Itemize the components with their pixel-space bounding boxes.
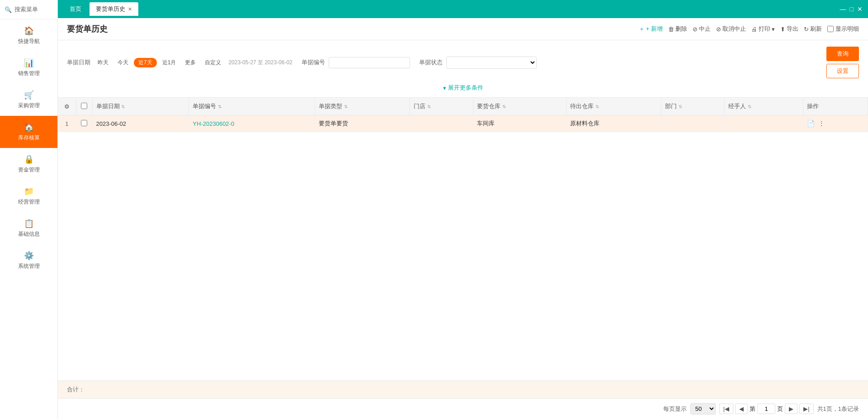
col-store-label: 门店 (414, 103, 425, 110)
doc-number-group: 单据编号 (302, 57, 410, 68)
first-page-btn[interactable]: |◀ (719, 404, 733, 414)
page-label-before: 第 (750, 405, 755, 413)
page-header: 要货单历史 ＋ + 新增 🗑 删除 ⊘ 中止 ⊘ 取消中止 🖨 打印 ▾ (58, 18, 868, 40)
row-doc-number[interactable]: YH-20230602-0 (189, 115, 315, 132)
row-edit-icon[interactable]: 📄 (807, 120, 815, 127)
tab-requisition-history[interactable]: 要货单历史 ✕ (90, 2, 138, 16)
sidebar-item-label: 系统管理 (18, 262, 40, 270)
display-detail-checkbox[interactable] (827, 26, 834, 32)
row-checkbox[interactable] (81, 120, 87, 126)
sidebar-item-sales[interactable]: 📊 销售管理 (0, 52, 57, 84)
col-req-warehouse[interactable]: 要货仓库 ⇅ (473, 98, 566, 115)
next-page-btn[interactable]: ▶ (785, 404, 797, 414)
col-doc-date[interactable]: 单据日期 ⇅ (92, 98, 189, 115)
col-department[interactable]: 部门 ⇅ (661, 98, 725, 115)
date-tab-last1month[interactable]: 近1月 (159, 58, 180, 67)
footer-summary: 合计： (58, 381, 868, 398)
export-icon: ⬆ (780, 26, 785, 33)
page-size-select[interactable]: 50 20 100 (690, 403, 716, 414)
sidebar-item-finance[interactable]: 🔒 资金管理 (0, 148, 57, 180)
close-window-icon[interactable]: ✕ (857, 5, 863, 13)
sort-icon: ⇅ (121, 104, 125, 109)
col-handler[interactable]: 经手人 ⇅ (725, 98, 803, 115)
last-page-btn[interactable]: ▶| (799, 404, 813, 414)
query-btn-group: 查询 设置 (826, 47, 859, 78)
stop-button[interactable]: ⊘ 中止 (693, 25, 711, 33)
refresh-button[interactable]: ↻ 刷新 (804, 25, 822, 33)
doc-number-input[interactable] (329, 57, 410, 68)
sort-icon: ⇅ (218, 104, 222, 109)
window-controls: — □ ✕ (840, 5, 863, 13)
cancel-stop-button[interactable]: ⊘ 取消中止 (716, 25, 746, 33)
date-filter-label: 单据日期 (67, 58, 90, 67)
sidebar: 🔍 搜索菜单 🏠 快捷导航 📊 销售管理 🛒 采购管理 🏠 库存核算 🔒 资金管… (0, 0, 58, 419)
row-doc-type: 要货单要货 (315, 115, 410, 132)
sort-icon: ⇅ (679, 104, 682, 109)
date-tab-custom[interactable]: 自定义 (201, 58, 225, 67)
delete-button[interactable]: 🗑 删除 (668, 25, 687, 33)
sidebar-item-basic[interactable]: 📋 基础信息 (0, 212, 57, 244)
delete-label: 删除 (675, 25, 687, 33)
tab-home[interactable]: 首页 (63, 2, 88, 16)
prev-page-btn[interactable]: ◀ (735, 404, 748, 414)
date-tab-today[interactable]: 今天 (114, 58, 132, 67)
setting-button[interactable]: 设置 (826, 64, 859, 78)
query-button[interactable]: 查询 (826, 47, 859, 61)
page-nav: |◀ ◀ 第 页 ▶ ▶| (719, 404, 814, 414)
table-header-row: ⚙ 单据日期 ⇅ 单据编号 ⇅ 单据类型 ⇅ 门店 (58, 98, 868, 115)
new-label: + 新增 (646, 25, 663, 33)
doc-number-link[interactable]: YH-20230602-0 (193, 120, 234, 127)
table-row: 1 2023-06-02 YH-20230602-0 要货单要货 车间库 原材料… (58, 115, 868, 132)
col-settings[interactable]: ⚙ (58, 98, 76, 115)
filter-area: 单据日期 昨天 今天 近7天 近1月 更多 自定义 2023-05-27 至 2… (58, 40, 868, 98)
refresh-label: 刷新 (810, 25, 822, 33)
col-doc-type-label: 单据类型 (319, 103, 342, 110)
print-button[interactable]: 🖨 打印 ▾ (751, 25, 775, 33)
col-doc-type[interactable]: 单据类型 ⇅ (315, 98, 410, 115)
col-pending-warehouse[interactable]: 待出仓库 ⇅ (566, 98, 661, 115)
row-department (661, 115, 725, 132)
system-icon: ⚙️ (24, 251, 34, 261)
expand-label: 展开更多条件 (448, 84, 483, 92)
select-all-checkbox[interactable] (81, 103, 87, 109)
row-store (410, 115, 473, 132)
expand-more-btn[interactable]: ▾ 展开更多条件 (67, 82, 859, 94)
tab-close-icon[interactable]: ✕ (128, 6, 132, 12)
page-total: 共1页，1条记录 (817, 405, 859, 413)
doc-status-select[interactable] (446, 57, 537, 69)
sidebar-search[interactable]: 🔍 搜索菜单 (0, 0, 57, 19)
maximize-icon[interactable]: □ (850, 5, 854, 13)
print-dropdown-icon: ▾ (772, 26, 775, 33)
sidebar-search-label: 搜索菜单 (14, 5, 38, 14)
display-detail-toggle[interactable]: 显示明细 (827, 25, 859, 33)
col-operation: 操作 (803, 98, 868, 115)
page-number-input[interactable] (757, 404, 775, 414)
cancel-stop-label: 取消中止 (722, 25, 746, 33)
date-tab-yesterday[interactable]: 昨天 (94, 58, 112, 67)
page-size-label: 每页显示 (663, 405, 687, 413)
sidebar-item-operation[interactable]: 📁 经营管理 (0, 180, 57, 212)
sidebar-item-quick-nav[interactable]: 🏠 快捷导航 (0, 19, 57, 52)
finance-icon: 🔒 (24, 154, 34, 164)
new-button[interactable]: ＋ + 新增 (639, 25, 663, 33)
sidebar-item-purchase[interactable]: 🛒 采购管理 (0, 84, 57, 116)
export-button[interactable]: ⬆ 导出 (780, 25, 798, 33)
col-check[interactable] (76, 98, 92, 115)
expand-icon: ▾ (443, 85, 446, 91)
col-operation-label: 操作 (807, 103, 819, 110)
col-pending-warehouse-label: 待出仓库 (570, 103, 594, 110)
row-more-icon[interactable]: ⋮ (818, 120, 825, 127)
col-store[interactable]: 门店 ⇅ (410, 98, 473, 115)
col-handler-label: 经手人 (728, 103, 746, 110)
sort-icon: ⇅ (595, 104, 599, 109)
date-tab-last7days[interactable]: 近7天 (134, 58, 157, 67)
row-check[interactable] (76, 115, 92, 132)
sidebar-item-system[interactable]: ⚙️ 系统管理 (0, 244, 57, 276)
sort-icon: ⇅ (427, 104, 431, 109)
sidebar-item-inventory[interactable]: 🏠 库存核算 (0, 116, 57, 148)
delete-icon: 🗑 (668, 26, 674, 33)
print-label: 打印 (759, 25, 770, 33)
col-doc-number[interactable]: 单据编号 ⇅ (189, 98, 315, 115)
minimize-icon[interactable]: — (840, 5, 846, 13)
date-tab-more[interactable]: 更多 (181, 58, 199, 67)
